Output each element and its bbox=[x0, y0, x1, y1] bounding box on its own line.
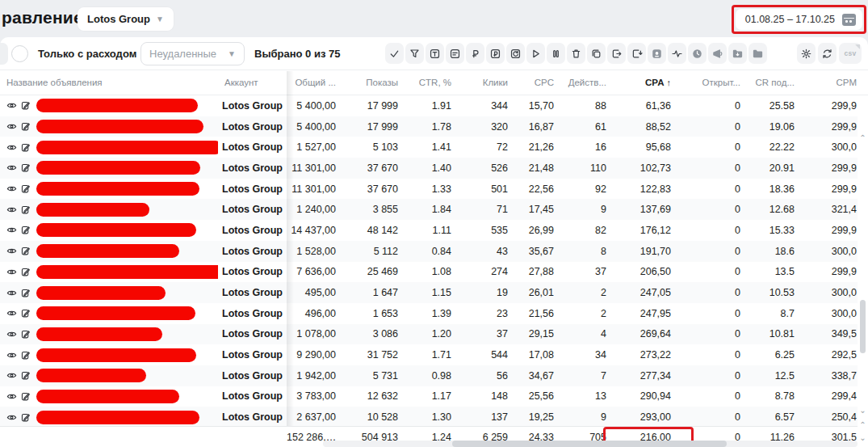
vertical-scrollbar-thumb[interactable] bbox=[860, 300, 866, 353]
edit-icon[interactable] bbox=[20, 288, 31, 298]
account-selector[interactable]: Lotos Group ▼ bbox=[78, 7, 174, 31]
folder-add-button[interactable] bbox=[728, 43, 747, 64]
column-header-impressions[interactable]: Показы bbox=[347, 78, 409, 87]
clock-button[interactable] bbox=[688, 43, 707, 64]
column-header-spend[interactable]: Общий ... bbox=[287, 78, 347, 87]
horizontal-scrollbar[interactable] bbox=[323, 441, 858, 447]
table-row[interactable]: Lotos Group5 400,0017 9991.9134415,70886… bbox=[0, 95, 868, 116]
description-icon bbox=[449, 48, 461, 60]
scroll-down-icon[interactable]: ⌄ bbox=[858, 434, 868, 442]
date-range-picker[interactable]: 01.08.25 – 17.10.25 bbox=[736, 9, 862, 30]
edit-icon[interactable] bbox=[20, 370, 31, 381]
refresh-button[interactable] bbox=[818, 43, 837, 64]
eye-icon[interactable] bbox=[6, 391, 17, 402]
play-button[interactable] bbox=[526, 43, 545, 64]
ruble-button[interactable] bbox=[466, 43, 484, 64]
actions-cell: 92 bbox=[565, 183, 618, 195]
edit-icon[interactable] bbox=[20, 350, 31, 361]
eye-icon[interactable] bbox=[6, 142, 17, 153]
restart-button[interactable] bbox=[506, 43, 525, 64]
column-header-name[interactable]: Название объявления bbox=[0, 78, 218, 87]
megaphone-button[interactable] bbox=[708, 43, 727, 64]
table-row[interactable]: Lotos Group11 301,0037 6701.4052621,4811… bbox=[0, 158, 868, 179]
eye-icon[interactable] bbox=[6, 225, 17, 235]
column-header-actions[interactable]: Действ... bbox=[565, 78, 618, 87]
column-header-clicks[interactable]: Клики bbox=[463, 78, 519, 87]
column-header-cpa[interactable]: CPA↑ bbox=[618, 78, 682, 87]
scroll-down-icon[interactable]: ⌄ bbox=[858, 407, 868, 415]
only-with-spend-checkbox[interactable] bbox=[11, 45, 28, 62]
eye-icon[interactable] bbox=[6, 350, 17, 361]
edit-icon[interactable] bbox=[20, 205, 31, 215]
table-row[interactable]: Lotos Group11 301,0037 6701.3350122,5692… bbox=[0, 179, 868, 200]
eye-icon[interactable] bbox=[6, 246, 17, 256]
scroll-up-icon[interactable]: ⌃ bbox=[858, 134, 868, 142]
edit-icon[interactable] bbox=[20, 391, 31, 402]
export-button[interactable] bbox=[607, 43, 626, 64]
folder-icon bbox=[752, 48, 764, 60]
eye-icon[interactable] bbox=[6, 267, 17, 277]
edit-icon[interactable] bbox=[20, 329, 31, 339]
table-row[interactable]: Lotos Group495,001 6471.151926,012247,05… bbox=[0, 282, 868, 303]
title-button[interactable] bbox=[426, 43, 444, 64]
eye-icon[interactable] bbox=[6, 288, 17, 298]
column-header-cpm[interactable]: CPM bbox=[806, 78, 868, 87]
activity-button[interactable] bbox=[668, 43, 686, 64]
scroll-up-icon[interactable]: ⌃ bbox=[858, 421, 868, 429]
column-header-cpc[interactable]: CPC bbox=[519, 78, 565, 87]
table-row[interactable]: Lotos Group2 637,0010 5281.3013719,25929… bbox=[0, 407, 868, 428]
eye-icon[interactable] bbox=[6, 308, 17, 318]
edit-icon[interactable] bbox=[20, 183, 31, 194]
eye-icon[interactable] bbox=[6, 121, 17, 132]
table-row[interactable]: Lotos Group5 400,0017 9991.7832016,87618… bbox=[0, 116, 868, 137]
column-header-opens[interactable]: Открыт... bbox=[682, 78, 752, 87]
edit-icon[interactable] bbox=[20, 308, 31, 318]
edit-icon[interactable] bbox=[20, 121, 31, 132]
eye-icon[interactable] bbox=[6, 183, 17, 194]
eye-icon[interactable] bbox=[6, 100, 17, 111]
edit-icon[interactable] bbox=[20, 412, 31, 423]
column-header-ctr[interactable]: CTR, % bbox=[409, 78, 463, 87]
table-row[interactable]: Lotos Group9 290,0031 7521.7154417,08342… bbox=[0, 344, 868, 365]
edit-icon[interactable] bbox=[20, 100, 31, 111]
table-row[interactable]: Lotos Group7 636,0025 4691.0827427,88372… bbox=[0, 262, 868, 283]
folder-button[interactable] bbox=[748, 43, 767, 64]
table-row[interactable]: Lotos Group1 942,005 7310.985634,677277,… bbox=[0, 365, 868, 386]
table-row[interactable]: Lotos Group1 527,005 1031.417221,261695,… bbox=[0, 137, 868, 158]
account-cell: Lotos Group bbox=[218, 411, 287, 423]
eye-icon[interactable] bbox=[6, 205, 17, 215]
table-row[interactable]: Lotos Group14 437,0048 1421.1153526,9982… bbox=[0, 220, 868, 241]
description-button[interactable] bbox=[446, 43, 464, 64]
eye-icon[interactable] bbox=[6, 162, 17, 173]
settings-gear-button[interactable] bbox=[797, 43, 816, 64]
copy-button[interactable] bbox=[587, 43, 606, 64]
edit-icon[interactable] bbox=[20, 225, 31, 235]
horizontal-scrollbar-thumb[interactable] bbox=[452, 441, 727, 447]
import-button[interactable] bbox=[627, 43, 646, 64]
camera-button[interactable] bbox=[648, 43, 666, 64]
eye-icon[interactable] bbox=[6, 370, 17, 381]
table-row[interactable]: Lotos Group1 240,003 8551.847117,459137,… bbox=[0, 199, 868, 220]
table-row[interactable]: Lotos Group3 783,0012 6321.1714825,56132… bbox=[0, 386, 868, 407]
partial-clipped-button[interactable] bbox=[0, 43, 8, 65]
column-header-account[interactable]: Аккаунт bbox=[218, 78, 287, 87]
column-header-cr[interactable]: CR под... bbox=[752, 78, 806, 87]
edit-icon[interactable] bbox=[20, 246, 31, 256]
table-row[interactable]: Lotos Group1 528,005 1120.844335,678191,… bbox=[0, 241, 868, 262]
eye-icon[interactable] bbox=[6, 329, 17, 339]
edit-icon[interactable] bbox=[20, 162, 31, 173]
table-row[interactable]: Lotos Group1 078,003 0861.203729,154269,… bbox=[0, 324, 868, 345]
edit-icon[interactable] bbox=[20, 267, 31, 277]
export-icon bbox=[610, 48, 623, 60]
edit-icon[interactable] bbox=[20, 142, 31, 153]
check-button[interactable] bbox=[385, 43, 404, 64]
pause-button[interactable] bbox=[547, 43, 565, 64]
vertical-scrollbar[interactable]: ⌃ ⌄ ⌃ ⌄ bbox=[858, 95, 868, 447]
price-box-button[interactable] bbox=[486, 43, 505, 64]
deleted-status-select[interactable]: Неудаленные ▼ bbox=[140, 42, 245, 65]
trash-button[interactable] bbox=[567, 43, 585, 64]
table-row[interactable]: Lotos Group496,001 6531.392321,562247,95… bbox=[0, 303, 868, 324]
filter-button[interactable] bbox=[405, 43, 424, 64]
eye-icon[interactable] bbox=[6, 412, 17, 423]
csv-export-button[interactable]: csv bbox=[839, 43, 862, 64]
